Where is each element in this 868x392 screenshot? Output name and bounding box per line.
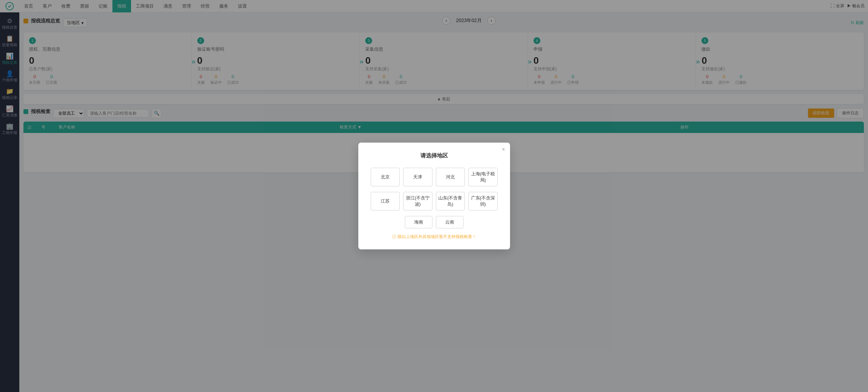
modal-overlay[interactable]: × 请选择地区 北京 天津 河北 上海(电子税局) 江苏 浙江(不含宁波) 山东… xyxy=(0,0,868,392)
region-shandong[interactable]: 山东(不含青岛) xyxy=(436,192,465,210)
region-yunnan[interactable]: 云南 xyxy=(436,216,463,228)
modal-close-btn[interactable]: × xyxy=(502,147,505,152)
region-hainan[interactable]: 海南 xyxy=(405,216,432,228)
modal-warning: ⓘ 除以上地区外其他地区暂不支持报税检查！ xyxy=(371,234,498,240)
region-jiangsu[interactable]: 江苏 xyxy=(371,192,400,210)
region-grid-row2: 江苏 浙江(不含宁波) 山东(不含青岛) 广东(不含深圳) xyxy=(371,192,498,210)
warning-icon: ⓘ xyxy=(392,234,396,240)
region-hebei[interactable]: 河北 xyxy=(436,168,465,186)
warning-text: 除以上地区外其他地区暂不支持报税检查！ xyxy=(398,234,476,240)
region-zhejiang[interactable]: 浙江(不含宁波) xyxy=(403,192,432,210)
region-grid-row3: 海南 云南 xyxy=(371,216,498,228)
region-guangdong[interactable]: 广东(不含深圳) xyxy=(468,192,498,210)
region-select-modal: × 请选择地区 北京 天津 河北 上海(电子税局) 江苏 浙江(不含宁波) 山东… xyxy=(358,143,510,249)
region-grid-row1: 北京 天津 河北 上海(电子税局) xyxy=(371,168,498,186)
region-beijing[interactable]: 北京 xyxy=(371,168,400,186)
region-tianjin[interactable]: 天津 xyxy=(403,168,432,186)
region-shanghai[interactable]: 上海(电子税局) xyxy=(468,168,498,186)
modal-title: 请选择地区 xyxy=(371,152,498,159)
